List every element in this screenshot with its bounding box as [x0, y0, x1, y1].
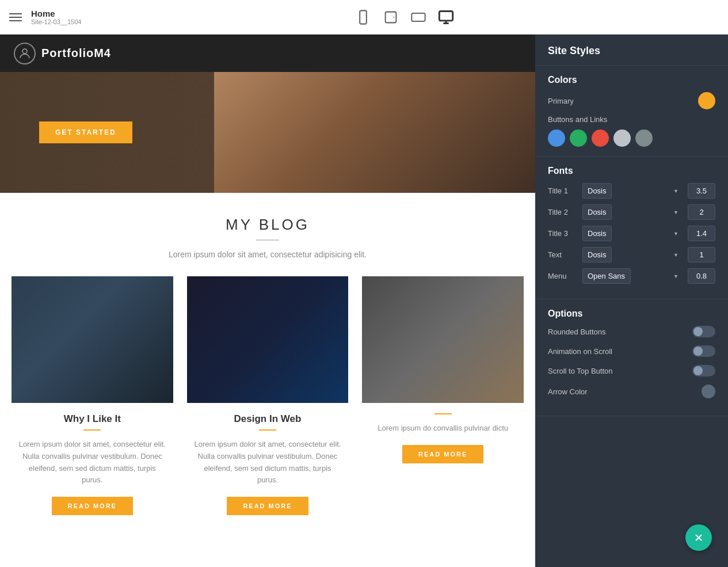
color-swatch-dark[interactable]	[635, 130, 653, 147]
primary-color-swatch[interactable]	[698, 92, 715, 109]
tablet-landscape-icon[interactable]	[410, 9, 426, 25]
animation-scroll-label: Animation on Scroll	[548, 347, 692, 356]
blog-card: Lorem ipsum do convallis pulvinar dictu …	[362, 276, 524, 515]
font-label: Menu	[548, 272, 578, 280]
blog-title: MY BLOG	[12, 216, 524, 234]
fonts-section: Fonts Title 1 Dosis Title 2 Dosis	[535, 157, 728, 299]
font-size-title2[interactable]	[688, 204, 715, 220]
color-swatch-light[interactable]	[613, 130, 631, 147]
svg-rect-2	[386, 12, 397, 22]
font-select-title2[interactable]: Dosis	[582, 204, 612, 220]
fab-button[interactable]	[685, 524, 712, 551]
blog-card-image	[362, 276, 524, 403]
blog-card: Why I Like It Lorem ipsum dolor sit amet…	[12, 276, 173, 515]
colors-section: Colors Primary Buttons and Links	[535, 66, 728, 157]
site-subtitle: Site-12-03__1504	[31, 18, 81, 25]
buttons-label: Buttons and Links	[548, 115, 715, 124]
svg-rect-0	[360, 10, 367, 24]
fonts-title: Fonts	[548, 166, 715, 176]
rounded-buttons-label: Rounded Buttons	[548, 328, 692, 336]
button-color-swatches	[548, 130, 715, 147]
color-swatch-green[interactable]	[570, 130, 587, 147]
options-title: Options	[548, 309, 715, 319]
scroll-top-label: Scroll to Top Button	[548, 367, 692, 375]
rounded-buttons-row: Rounded Buttons	[548, 326, 715, 337]
blog-card-divider	[434, 413, 452, 414]
font-select-menu[interactable]: Open Sans	[582, 268, 631, 284]
color-swatch-blue[interactable]	[548, 130, 565, 147]
read-more-button[interactable]: READ MORE	[227, 497, 308, 515]
blog-card-text: Lorem ipsum dolor sit amet, consectetur …	[187, 439, 349, 486]
site-nav: PortfolioM4	[0, 35, 535, 72]
font-select-title3[interactable]: Dosis	[582, 226, 612, 241]
tablet-icon[interactable]	[383, 9, 399, 25]
arrow-color-swatch[interactable]	[702, 385, 715, 398]
font-select-text[interactable]: Dosis	[582, 247, 612, 262]
avatar	[14, 43, 36, 64]
blog-card-divider	[259, 429, 276, 431]
site-info: Home Site-12-03__1504	[31, 9, 81, 25]
blog-card-title: Design In Web	[187, 413, 349, 425]
font-size-title1[interactable]	[688, 183, 715, 199]
blog-grid: Why I Like It Lorem ipsum dolor sit amet…	[12, 276, 524, 515]
nav-logo: PortfolioM4	[14, 43, 111, 64]
color-swatch-red[interactable]	[592, 130, 609, 147]
site-name: Home	[31, 9, 81, 18]
font-label: Title 3	[548, 229, 578, 238]
options-section: Options Rounded Buttons Animation on Scr…	[535, 299, 728, 416]
cta-button[interactable]: GET STARTED	[39, 121, 132, 143]
font-size-menu[interactable]	[688, 268, 715, 284]
animation-scroll-toggle[interactable]	[692, 345, 715, 357]
mobile-icon[interactable]	[355, 9, 371, 25]
rounded-buttons-toggle[interactable]	[692, 326, 715, 337]
read-more-button[interactable]: READ MORE	[52, 497, 133, 515]
font-select-wrap: Dosis	[582, 183, 683, 199]
primary-label: Primary	[548, 97, 698, 105]
font-size-text[interactable]	[688, 247, 715, 262]
blog-card-text: Lorem ipsum dolor sit amet, consectetur …	[12, 439, 173, 486]
colors-title: Colors	[548, 75, 715, 85]
animation-scroll-row: Animation on Scroll	[548, 345, 715, 357]
blog-section: MY BLOG Lorem ipsum dolor sit amet, cons…	[0, 193, 535, 538]
hero-section: GET STARTED	[0, 72, 535, 193]
font-select-wrap: Dosis	[582, 226, 683, 241]
svg-rect-4	[412, 13, 425, 21]
font-select-title1[interactable]: Dosis	[582, 183, 612, 199]
blog-card-image	[12, 276, 173, 403]
font-row-title2: Title 2 Dosis	[548, 204, 715, 220]
font-size-title3[interactable]	[688, 226, 715, 241]
blog-divider	[256, 239, 279, 241]
font-label: Title 1	[548, 187, 578, 195]
panel-header: Site Styles	[535, 35, 728, 66]
font-select-wrap: Dosis	[582, 247, 683, 262]
blog-card-title: Why I Like It	[12, 413, 173, 425]
logo-text: PortfolioM4	[41, 47, 111, 60]
scroll-top-toggle[interactable]	[692, 365, 715, 376]
buttons-color-row: Buttons and Links	[548, 115, 715, 124]
font-select-wrap: Open Sans	[582, 268, 683, 284]
arrow-color-row: Arrow Color	[548, 385, 715, 398]
primary-color-row: Primary	[548, 92, 715, 109]
svg-rect-6	[440, 11, 453, 20]
main-layout: PortfolioM4 GET STARTED MY BLOG Lorem ip…	[0, 35, 728, 567]
blog-card-text: Lorem ipsum do convallis pulvinar dictu	[362, 423, 524, 435]
site-preview: PortfolioM4 GET STARTED MY BLOG Lorem ip…	[0, 35, 535, 567]
font-label: Text	[548, 250, 578, 259]
font-label: Title 2	[548, 208, 578, 216]
top-bar: Home Site-12-03__1504	[0, 0, 728, 35]
right-panel: Site Styles Colors Primary Buttons and L…	[535, 35, 728, 567]
font-row-text: Text Dosis	[548, 247, 715, 262]
blog-description: Lorem ipsum dolor sit amet, consectetur …	[12, 250, 524, 259]
blog-card-divider	[83, 429, 101, 431]
desktop-icon[interactable]	[438, 9, 454, 25]
device-switcher	[355, 9, 454, 25]
arrow-color-label: Arrow Color	[548, 387, 702, 396]
scroll-top-row: Scroll to Top Button	[548, 365, 715, 376]
hamburger-menu[interactable]	[9, 13, 22, 21]
blog-card-image	[187, 276, 349, 403]
svg-point-9	[22, 49, 27, 54]
read-more-button[interactable]: READ MORE	[402, 445, 483, 463]
font-row-title1: Title 1 Dosis	[548, 183, 715, 199]
font-row-title3: Title 3 Dosis	[548, 226, 715, 241]
blog-card: Design In Web Lorem ipsum dolor sit amet…	[187, 276, 349, 515]
